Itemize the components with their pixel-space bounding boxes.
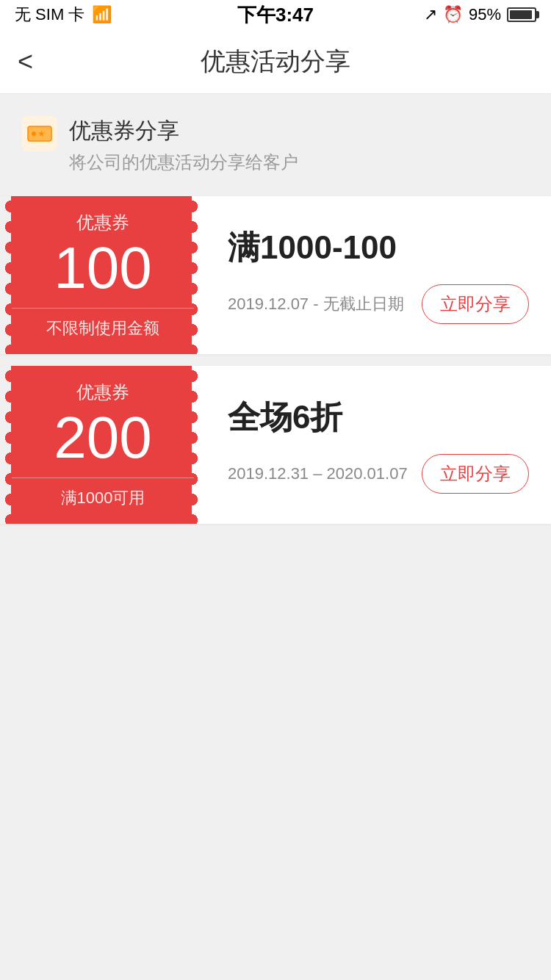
status-right: ↗ ⏰ 95% <box>424 5 536 24</box>
coupon-left-1: 优惠券 200 满1000可用 <box>0 366 206 524</box>
svg-point-2 <box>32 131 36 136</box>
carrier-label: 无 SIM 卡 <box>15 4 84 26</box>
battery-percent: 95% <box>469 5 501 24</box>
wifi-icon: 📶 <box>92 5 112 24</box>
share-button-0[interactable]: 立即分享 <box>422 284 529 324</box>
coupon-date-0: 2019.12.07 - 无截止日期 <box>228 293 404 315</box>
section-subtitle: 将公司的优惠活动分享给客户 <box>69 151 298 174</box>
empty-area <box>0 536 551 903</box>
section-text: 优惠券分享 将公司的优惠活动分享给客户 <box>69 116 298 174</box>
battery-icon <box>507 7 536 22</box>
share-button-1[interactable]: 立即分享 <box>422 454 529 494</box>
coupon-label-0: 优惠券 <box>76 211 129 234</box>
status-left: 无 SIM 卡 📶 <box>15 4 112 26</box>
coupon-left-0: 优惠券 100 不限制使用金额 <box>0 196 206 354</box>
coupon-card: 优惠券 200 满1000可用 全场6折 2019.12.31 – 2020.0… <box>0 366 551 524</box>
coupon-meta-1: 2019.12.31 – 2020.01.07 立即分享 <box>228 454 529 494</box>
location-icon: ↗ <box>424 5 437 24</box>
coupon-name-0: 满1000-100 <box>228 226 529 270</box>
coupon-card: 优惠券 100 不限制使用金额 满1000-100 2019.12.07 - 无… <box>0 196 551 354</box>
page-title: 优惠活动分享 <box>201 45 350 79</box>
coupon-meta-0: 2019.12.07 - 无截止日期 立即分享 <box>228 284 529 324</box>
coupon-amount-1: 200 <box>54 408 151 467</box>
coupon-condition-1: 满1000可用 <box>12 478 194 509</box>
section-title: 优惠券分享 <box>69 116 298 146</box>
nav-bar: < 优惠活动分享 <box>0 29 551 94</box>
coupon-right-0: 满1000-100 2019.12.07 - 无截止日期 立即分享 <box>206 196 551 354</box>
coupon-amount-0: 100 <box>54 239 151 298</box>
section-header: ★ 优惠券分享 将公司的优惠活动分享给客户 <box>0 94 551 189</box>
back-button[interactable]: < <box>18 46 33 77</box>
status-time: 下午3:47 <box>237 2 314 28</box>
status-bar: 无 SIM 卡 📶 下午3:47 ↗ ⏰ 95% <box>0 0 551 29</box>
coupon-right-1: 全场6折 2019.12.31 – 2020.01.07 立即分享 <box>206 366 551 524</box>
coupon-label-1: 优惠券 <box>76 381 129 404</box>
coupon-name-1: 全场6折 <box>228 396 529 439</box>
coupon-list: 优惠券 100 不限制使用金额 满1000-100 2019.12.07 - 无… <box>0 189 551 524</box>
coupon-share-icon: ★ <box>22 116 57 151</box>
alarm-icon: ⏰ <box>443 5 463 24</box>
coupon-date-1: 2019.12.31 – 2020.01.07 <box>228 464 408 483</box>
svg-text:★: ★ <box>37 129 46 139</box>
coupon-condition-0: 不限制使用金额 <box>12 308 194 339</box>
